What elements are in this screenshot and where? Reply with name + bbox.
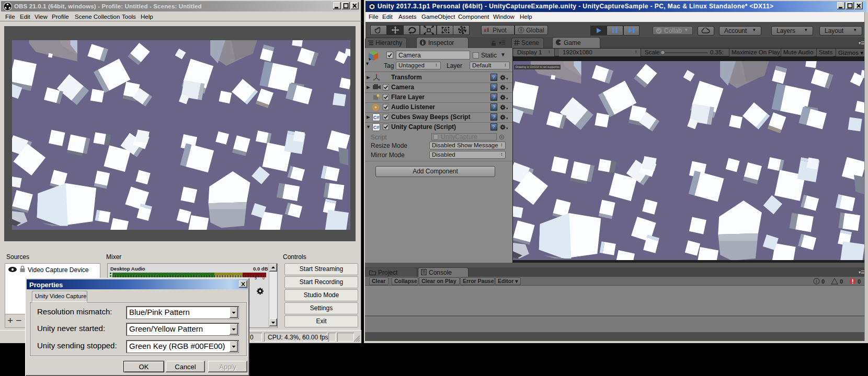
svg-text:!: ! xyxy=(816,279,817,284)
svg-text:C#: C# xyxy=(373,115,380,120)
svg-text:i: i xyxy=(422,40,424,45)
svg-text:C#: C# xyxy=(373,125,380,130)
